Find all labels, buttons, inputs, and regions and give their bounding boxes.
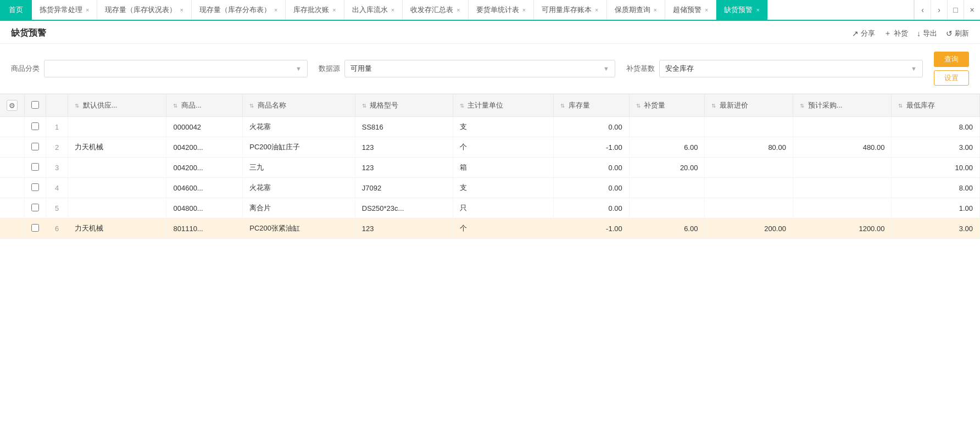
replenish-base-select[interactable]: 安全库存 ▼ [659, 60, 923, 77]
tab-home[interactable]: 首页 [0, 0, 32, 20]
row-num-cell: 3 [46, 158, 68, 178]
row-checkbox[interactable] [31, 224, 39, 232]
row-min-stock-cell: 8.00 [892, 178, 980, 198]
export-icon: ↓ [917, 29, 921, 38]
refresh-button[interactable]: ↺ 刷新 [946, 29, 969, 38]
table-row: 3 004200... 三九 123 箱 0.00 20.00 10.00 [0, 158, 980, 178]
tab-available-ledger-close[interactable]: × [595, 7, 598, 13]
datasource-select[interactable]: 可用量 ▼ [344, 60, 615, 77]
tab-prev-btn[interactable]: ‹ [914, 0, 931, 20]
row-min-stock-cell: 3.00 [892, 137, 980, 158]
table-row: 5 004800... 离合片 DS250*23c... 只 0.00 1.00 [0, 198, 980, 218]
col-header-est-purchase: ⇅ 预计采购... [793, 94, 891, 117]
tab-order-stats-close[interactable]: × [522, 7, 526, 13]
row-stock-qty-cell: -1.00 [554, 218, 630, 239]
row-product-name-cell: PC200张紧油缸 [243, 218, 355, 239]
tab-overstock-close[interactable]: × [705, 7, 708, 13]
col-header-replenish-qty: ⇅ 补货量 [629, 94, 705, 117]
row-stock-qty-cell: 0.00 [554, 117, 630, 137]
home-tab-label: 首页 [9, 5, 23, 15]
row-latest-price-cell [705, 198, 793, 218]
share-icon: ↗ [852, 29, 859, 38]
tab-next-btn[interactable]: › [931, 0, 947, 20]
table-row: 1 0000042 火花塞 SS816 支 0.00 8.00 [0, 117, 980, 137]
tab-inout-flow-label: 出入库流水 [352, 5, 388, 15]
replenish-base-label: 补货基数 [626, 64, 655, 74]
datasource-value: 可用量 [350, 64, 372, 74]
row-min-stock-cell: 1.00 [892, 198, 980, 218]
row-check-cell [25, 117, 46, 137]
row-spec-cell: DS250*23c... [355, 198, 453, 218]
tab-nav-controls: ‹ › □ × [914, 0, 980, 20]
tab-collect-summary[interactable]: 收发存汇总表 × [403, 0, 468, 20]
export-button[interactable]: ↓ 导出 [917, 29, 937, 38]
tab-inventory-status[interactable]: 现存量（库存状况表） × [97, 0, 191, 20]
tab-shortage-label: 缺货预警 [724, 5, 753, 15]
row-product-name-cell: 火花塞 [243, 117, 355, 137]
tab-inventory-dist-close[interactable]: × [274, 7, 277, 13]
category-filter-group: 商品分类 ▼ [11, 60, 308, 77]
export-label: 导出 [923, 29, 937, 38]
tab-exception[interactable]: 拣货异常处理 × [32, 0, 97, 20]
row-est-purchase-cell [793, 117, 891, 137]
row-product-code-cell: 004200... [166, 137, 243, 158]
select-all-checkbox[interactable] [31, 101, 39, 109]
tab-window-btn[interactable]: □ [947, 0, 964, 20]
gear-settings-icon[interactable]: ⚙ [7, 100, 18, 111]
row-latest-price-cell [705, 158, 793, 178]
row-checkbox[interactable] [31, 122, 39, 130]
col-header-min-stock: ⇅ 最低库存 [892, 94, 980, 117]
row-gear-cell [0, 198, 25, 218]
row-min-stock-cell: 10.00 [892, 158, 980, 178]
row-spec-cell: J7092 [355, 178, 453, 198]
row-checkbox[interactable] [31, 183, 39, 191]
tab-expiry-query[interactable]: 保质期查询 × [607, 0, 665, 20]
replenish-button[interactable]: ＋ 补货 [884, 29, 908, 38]
tab-inout-flow[interactable]: 出入库流水 × [344, 0, 403, 20]
share-button[interactable]: ↗ 分享 [852, 29, 875, 38]
row-min-stock-cell: 3.00 [892, 218, 980, 239]
tab-batch-account-close[interactable]: × [332, 7, 336, 13]
row-supplier-cell [68, 178, 166, 198]
filter-area: 商品分类 ▼ 数据源 可用量 ▼ 补货基数 安全库存 ▼ 查询 设置 [0, 44, 980, 94]
tab-collect-summary-close[interactable]: × [456, 7, 460, 13]
row-stock-qty-cell: 0.00 [554, 158, 630, 178]
row-spec-cell: 123 [355, 137, 453, 158]
tab-available-ledger[interactable]: 可用量库存账本 × [534, 0, 606, 20]
tab-inout-flow-close[interactable]: × [391, 7, 394, 13]
row-replenish-qty-cell: 6.00 [629, 218, 705, 239]
tab-available-ledger-label: 可用量库存账本 [542, 5, 592, 15]
tab-order-stats[interactable]: 要货单统计表 × [469, 0, 534, 20]
tab-batch-account[interactable]: 库存批次账 × [286, 0, 344, 20]
col-header-supplier: ⇅ 默认供应... [68, 94, 166, 117]
tab-close-all-btn[interactable]: × [964, 0, 980, 20]
tab-inventory-status-close[interactable]: × [180, 7, 183, 13]
supplier-sort-icon: ⇅ [75, 103, 79, 109]
col-header-spec: ⇅ 规格型号 [355, 94, 453, 117]
tab-exception-close[interactable]: × [86, 7, 89, 13]
row-check-cell [25, 137, 46, 158]
settings-button[interactable]: 设置 [934, 70, 969, 86]
category-label: 商品分类 [11, 64, 40, 74]
query-button[interactable]: 查询 [934, 52, 969, 67]
row-spec-cell: 123 [355, 218, 453, 239]
col-header-gear: ⚙ [0, 94, 25, 117]
replenish-base-filter-group: 补货基数 安全库存 ▼ [626, 60, 923, 77]
tab-overstock[interactable]: 超储预警 × [665, 0, 716, 20]
col-header-product-name: ⇅ 商品名称 [243, 94, 355, 117]
category-select[interactable]: ▼ [44, 60, 308, 77]
tab-shortage-close[interactable]: × [756, 7, 759, 13]
row-checkbox[interactable] [31, 143, 39, 150]
row-checkbox[interactable] [31, 163, 39, 171]
col-header-rownum [46, 94, 68, 117]
replenish-icon: ＋ [884, 29, 892, 38]
col-header-product-code: ⇅ 商品... [166, 94, 243, 117]
share-label: 分享 [861, 29, 875, 38]
row-stock-qty-cell: 0.00 [554, 178, 630, 198]
tab-overstock-label: 超储预警 [673, 5, 701, 15]
row-checkbox[interactable] [31, 204, 39, 211]
tab-inventory-dist[interactable]: 现存量（库存分布表） × [192, 0, 286, 20]
row-num-cell: 5 [46, 198, 68, 218]
tab-shortage[interactable]: 缺货预警 × [716, 0, 767, 20]
tab-expiry-query-close[interactable]: × [654, 7, 657, 13]
